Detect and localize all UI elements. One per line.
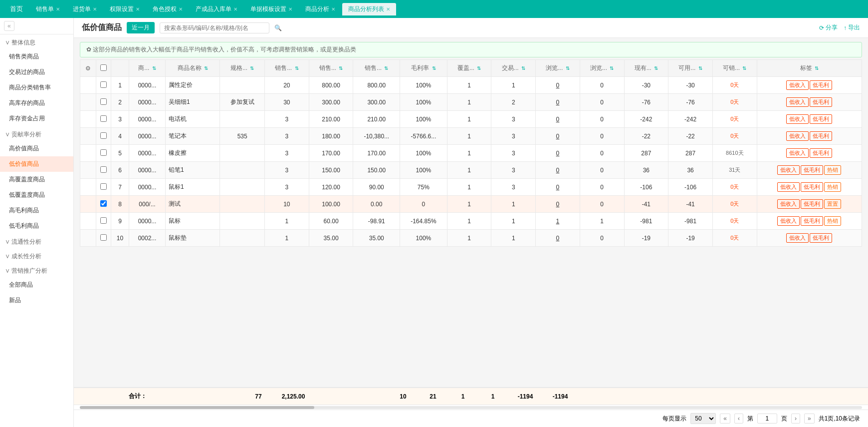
search-input[interactable] bbox=[160, 22, 269, 33]
browse-link[interactable]: 0 bbox=[556, 184, 560, 191]
nav-sales[interactable]: 销售单 ✕ bbox=[30, 3, 66, 15]
cell-checkbox[interactable] bbox=[96, 196, 111, 213]
nav-permission[interactable]: 权限设置 ✕ bbox=[104, 3, 146, 15]
browse-link[interactable]: 0 bbox=[556, 167, 560, 174]
col-tags[interactable]: 标签 ⇅ bbox=[757, 60, 862, 77]
per-page-select[interactable]: 50 100 200 bbox=[690, 413, 716, 424]
row-checkbox[interactable] bbox=[100, 200, 107, 207]
col-browse2[interactable]: 浏览... ⇅ bbox=[580, 60, 624, 77]
nav-product-storage-close[interactable]: ✕ bbox=[233, 6, 237, 12]
nav-purchase-close[interactable]: ✕ bbox=[93, 6, 97, 12]
col-code[interactable]: 商... ⇅ bbox=[129, 60, 166, 77]
share-button[interactable]: ⟳ 分享 bbox=[819, 23, 838, 32]
col-sales-amount[interactable]: 销售... ⇅ bbox=[309, 60, 353, 77]
nav-product-storage[interactable]: 产成品入库单 ✕ bbox=[190, 3, 243, 15]
sidebar-item-traded-products[interactable]: 交易过的商品 bbox=[0, 64, 73, 80]
cell-checkbox[interactable] bbox=[96, 111, 111, 128]
sidebar-item-low-value[interactable]: 低价值商品 bbox=[0, 156, 73, 172]
cell-checkbox[interactable] bbox=[96, 128, 111, 145]
browse-link[interactable]: 1 bbox=[556, 218, 560, 225]
row-checkbox[interactable] bbox=[100, 166, 107, 173]
page-number-input[interactable] bbox=[757, 414, 777, 424]
nav-purchase[interactable]: 进货单 ✕ bbox=[67, 3, 103, 15]
cell-browse1[interactable]: 0 bbox=[536, 162, 580, 179]
sidebar-collapse-btn[interactable]: « bbox=[4, 21, 14, 31]
nav-role-close[interactable]: ✕ bbox=[179, 6, 183, 12]
row-checkbox[interactable] bbox=[100, 115, 107, 122]
sidebar-item-new-products[interactable]: 新品 bbox=[0, 293, 73, 308]
col-coverage[interactable]: 覆盖... ⇅ bbox=[447, 60, 491, 77]
nav-analysis-list[interactable]: 商品分析列表 ✕ bbox=[342, 3, 396, 15]
browse-link[interactable]: 0 bbox=[556, 116, 560, 123]
browse-link[interactable]: 0 bbox=[556, 150, 560, 157]
cell-browse1[interactable]: 0 bbox=[536, 230, 580, 247]
col-name[interactable]: 商品名称 ⇅ bbox=[166, 60, 220, 77]
browse-link[interactable]: 0 bbox=[556, 201, 560, 208]
cell-browse1[interactable]: 1 bbox=[536, 213, 580, 230]
sidebar-item-category-sales[interactable]: 商品分类销售率 bbox=[0, 80, 73, 95]
cell-checkbox[interactable] bbox=[96, 94, 111, 111]
col-sales-qty[interactable]: 销售... ⇅ bbox=[265, 60, 309, 77]
row-checkbox[interactable] bbox=[100, 81, 107, 88]
nav-home[interactable]: 首页 bbox=[4, 2, 29, 15]
browse-link[interactable]: 0 bbox=[556, 99, 560, 106]
search-icon[interactable]: 🔍 bbox=[274, 24, 282, 31]
cell-checkbox[interactable] bbox=[96, 213, 111, 230]
col-settings[interactable]: ⚙ bbox=[80, 60, 96, 77]
nav-template[interactable]: 单据模板设置 ✕ bbox=[244, 3, 298, 15]
cell-browse1[interactable]: 0 bbox=[536, 94, 580, 111]
cell-browse1[interactable]: 0 bbox=[536, 111, 580, 128]
last-page-btn[interactable]: » bbox=[804, 414, 815, 424]
next-page-btn[interactable]: › bbox=[791, 414, 800, 424]
cell-browse1[interactable]: 0 bbox=[536, 196, 580, 213]
row-checkbox[interactable] bbox=[100, 98, 107, 105]
browse-link[interactable]: 0 bbox=[556, 82, 560, 89]
cell-browse1[interactable]: 0 bbox=[536, 128, 580, 145]
nav-permission-close[interactable]: ✕ bbox=[136, 6, 140, 12]
select-all-checkbox[interactable] bbox=[100, 64, 107, 71]
filter-recent-month[interactable]: 近一月 bbox=[127, 22, 155, 33]
sidebar-item-low-margin[interactable]: 低毛利商品 bbox=[0, 218, 73, 234]
nav-role[interactable]: 角色授权 ✕ bbox=[147, 3, 189, 15]
cell-checkbox[interactable] bbox=[96, 230, 111, 247]
col-trade[interactable]: 交易... ⇅ bbox=[491, 60, 536, 77]
sidebar-group-flow[interactable]: ∨ 流通性分析 bbox=[0, 234, 73, 248]
first-page-btn[interactable]: « bbox=[720, 414, 730, 424]
cell-browse1[interactable]: 0 bbox=[536, 145, 580, 162]
sidebar-group-growth[interactable]: ∨ 成长性分析 bbox=[0, 248, 73, 263]
sidebar-item-high-coverage[interactable]: 高覆盖度商品 bbox=[0, 172, 73, 187]
col-browse1[interactable]: 浏览... ⇅ bbox=[536, 60, 580, 77]
col-spec[interactable]: 规格... ⇅ bbox=[220, 60, 265, 77]
row-checkbox[interactable] bbox=[100, 132, 107, 139]
cell-checkbox[interactable] bbox=[96, 77, 111, 94]
row-checkbox[interactable] bbox=[100, 217, 107, 224]
sidebar-item-stock-funds[interactable]: 库存资金占用 bbox=[0, 111, 73, 126]
row-checkbox[interactable] bbox=[100, 234, 107, 241]
nav-sales-close[interactable]: ✕ bbox=[56, 6, 60, 12]
sidebar-group-marketing[interactable]: ∨ 营销推广分析 bbox=[0, 263, 73, 277]
row-checkbox[interactable] bbox=[100, 183, 107, 190]
cell-checkbox[interactable] bbox=[96, 179, 111, 196]
prev-page-btn[interactable]: ‹ bbox=[734, 414, 743, 424]
cell-browse1[interactable]: 0 bbox=[536, 179, 580, 196]
col-sales-cost[interactable]: 销售... ⇅ bbox=[353, 60, 400, 77]
nav-analysis-close[interactable]: ✕ bbox=[331, 6, 335, 12]
browse-link[interactable]: 0 bbox=[556, 235, 560, 242]
sidebar-group-contribution[interactable]: ∨ 贡献率分析 bbox=[0, 126, 73, 141]
col-saleable[interactable]: 可销... ⇅ bbox=[712, 60, 757, 77]
row-checkbox[interactable] bbox=[100, 149, 107, 156]
cell-checkbox[interactable] bbox=[96, 162, 111, 179]
col-current[interactable]: 现有... ⇅ bbox=[624, 60, 668, 77]
sidebar-item-high-value[interactable]: 高价值商品 bbox=[0, 141, 73, 156]
cell-browse1[interactable]: 0 bbox=[536, 77, 580, 94]
sidebar-item-all-products[interactable]: 全部商品 bbox=[0, 277, 73, 293]
sidebar-item-high-stock[interactable]: 高库存的商品 bbox=[0, 95, 73, 111]
sidebar-item-low-coverage[interactable]: 低覆盖度商品 bbox=[0, 187, 73, 203]
nav-analysis-list-close[interactable]: ✕ bbox=[386, 6, 390, 12]
nav-template-close[interactable]: ✕ bbox=[288, 6, 292, 12]
browse-link[interactable]: 0 bbox=[556, 133, 560, 140]
sidebar-item-high-margin[interactable]: 高毛利商品 bbox=[0, 203, 73, 218]
col-gross-margin[interactable]: 毛利率 ⇅ bbox=[400, 60, 447, 77]
sidebar-item-sales-products[interactable]: 销售类商品 bbox=[0, 49, 73, 64]
nav-analysis[interactable]: 商品分析 ✕ bbox=[299, 3, 341, 15]
